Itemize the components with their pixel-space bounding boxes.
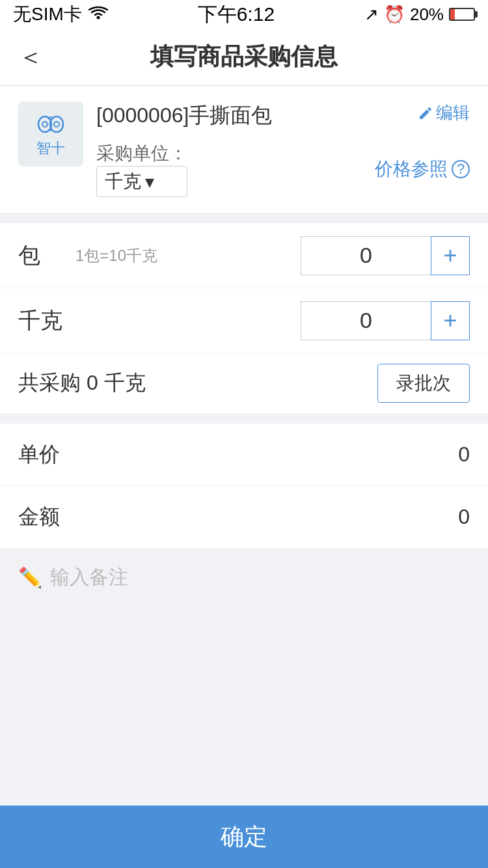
bag-input-control: + — [301, 236, 470, 275]
unit-price-label: 单价 — [18, 441, 60, 469]
amount-row: 金额 0 — [0, 486, 488, 549]
chevron-down-icon: ▾ — [145, 171, 154, 193]
pencil-icon: ✏️ — [18, 566, 42, 589]
kg-plus-button[interactable]: + — [431, 301, 470, 340]
alarm-icon: ⏰ — [384, 5, 405, 25]
logo-text: 智十 — [36, 139, 65, 158]
product-unit-row: 采购单位： 千克 ▾ 价格参照 ? — [96, 141, 470, 197]
svg-point-0 — [96, 16, 100, 20]
status-bar: 无SIM卡 下午6:12 ↗ ⏰ 20% — [0, 0, 488, 29]
wifi-icon — [88, 4, 108, 25]
back-button[interactable]: ＜ — [18, 40, 43, 74]
battery-indicator — [449, 8, 475, 21]
product-image: 智十 — [18, 102, 83, 167]
unit-select[interactable]: 千克 ▾ — [96, 166, 187, 197]
bag-label: 包 — [18, 241, 70, 271]
unit-price-row: 单价 0 — [0, 424, 488, 486]
unit-info: 采购单位： 千克 ▾ — [96, 141, 187, 197]
bag-sublabel: 1包=10千克 — [75, 245, 157, 266]
page-title: 填写商品采购信息 — [150, 41, 338, 73]
product-info: [0000006]手撕面包 编辑 采购单位： 千克 ▾ 价格参照 ? — [96, 102, 470, 197]
note-section[interactable]: ✏️ 输入备注 — [0, 549, 488, 612]
pricing-section: 单价 0 金额 0 — [0, 424, 488, 549]
location-icon: ↗ — [364, 5, 379, 25]
help-icon: ? — [452, 160, 470, 178]
edit-button[interactable]: 编辑 — [418, 102, 470, 124]
kg-label: 千克 — [18, 306, 70, 336]
bag-input-row: 包 1包=10千克 + — [0, 223, 488, 288]
svg-point-4 — [54, 122, 59, 127]
section-divider-1 — [0, 218, 488, 223]
summary-text: 共采购 0 千克 — [18, 369, 146, 398]
amount-value: 0 — [458, 505, 470, 529]
svg-point-3 — [42, 122, 47, 127]
owl-icon — [34, 110, 68, 136]
content-spacer — [0, 612, 488, 820]
note-placeholder: 输入备注 — [50, 564, 128, 591]
battery-percent: 20% — [410, 5, 444, 25]
quantity-section: 包 1包=10千克 + 千克 + — [0, 223, 488, 353]
unit-price-value: 0 — [458, 442, 470, 467]
confirm-button[interactable]: 确定 — [221, 821, 267, 853]
kg-input-row: 千克 + — [0, 288, 488, 353]
product-name: [0000006]手撕面包 — [96, 102, 272, 130]
kg-quantity-input[interactable] — [301, 301, 431, 340]
nav-bar: ＜ 填写商品采购信息 — [0, 29, 488, 86]
status-right: ↗ ⏰ 20% — [364, 5, 475, 25]
price-ref-button[interactable]: 价格参照 ? — [375, 157, 470, 182]
summary-row: 共采购 0 千克 录批次 — [0, 353, 488, 418]
bag-plus-button[interactable]: + — [431, 236, 470, 275]
confirm-footer[interactable]: 确定 — [0, 806, 488, 868]
status-left: 无SIM卡 — [13, 2, 108, 27]
product-card: 智十 [0000006]手撕面包 编辑 采购单位： 千克 ▾ 价格参照 ? — [0, 86, 488, 218]
edit-icon — [418, 105, 433, 121]
kg-input-control: + — [301, 301, 470, 340]
product-header: [0000006]手撕面包 编辑 — [96, 102, 470, 130]
status-time: 下午6:12 — [198, 1, 275, 28]
unit-label: 采购单位： — [96, 143, 187, 163]
section-divider-2 — [0, 418, 488, 424]
carrier-text: 无SIM卡 — [13, 2, 82, 27]
bag-quantity-input[interactable] — [301, 236, 431, 275]
amount-label: 金额 — [18, 503, 60, 532]
batch-button[interactable]: 录批次 — [377, 364, 470, 403]
